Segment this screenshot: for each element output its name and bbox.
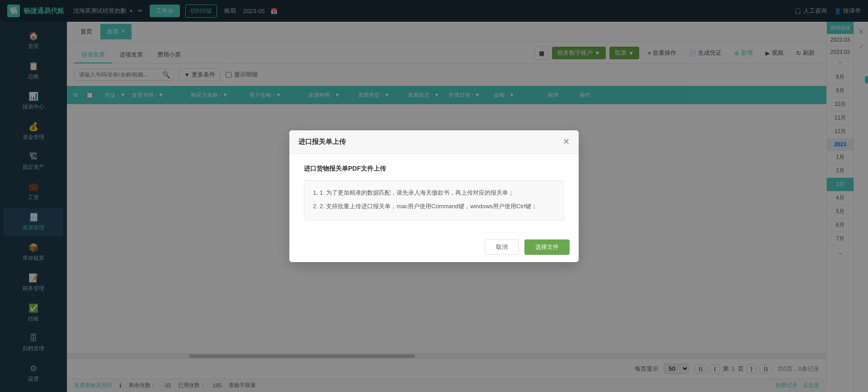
- import-customs-modal: 进口报关单上传 ✕ 进口货物报关单PDF文件上传 1. 为了更加精准的数据匹配，…: [289, 130, 579, 262]
- modal-body: 进口货物报关单PDF文件上传 1. 为了更加精准的数据匹配，请先录入海关缴款书，…: [289, 154, 579, 232]
- modal-tip-1: 1. 为了更加精准的数据匹配，请先录入海关缴款书，再上传对应的报关单；: [320, 187, 556, 199]
- modal-overlay: 进口报关单上传 ✕ 进口货物报关单PDF文件上传 1. 为了更加精准的数据匹配，…: [0, 0, 868, 392]
- modal-close-button[interactable]: ✕: [563, 138, 570, 146]
- cancel-button[interactable]: 取消: [485, 239, 519, 255]
- modal-footer: 取消 选择文件: [289, 232, 579, 262]
- modal-title: 进口报关单上传: [298, 138, 346, 146]
- select-file-button[interactable]: 选择文件: [524, 239, 570, 255]
- modal-tip-2: 2. 支持批量上传进口报关单，mac用户使用Command键，windows用户…: [320, 201, 556, 212]
- modal-header: 进口报关单上传 ✕: [289, 130, 579, 154]
- modal-info-box: 1. 为了更加精准的数据匹配，请先录入海关缴款书，再上传对应的报关单； 2. 支…: [304, 180, 564, 221]
- modal-section-title: 进口货物报关单PDF文件上传: [304, 165, 564, 173]
